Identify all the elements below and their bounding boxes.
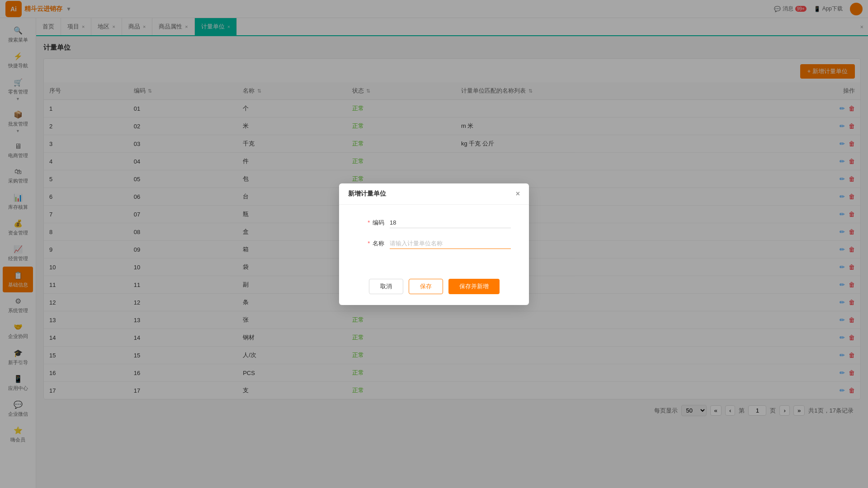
name-label-text: 名称 [373,240,384,247]
modal-header: 新增计量单位 × [339,183,529,205]
code-label-text: 编码 [373,219,384,226]
add-unit-modal: 新增计量单位 × * 编码 * 名称 取消 保存 保存并新增 [339,183,529,305]
modal-body: * 编码 * 名称 [339,205,529,272]
cancel-button[interactable]: 取消 [369,279,403,294]
modal-footer: 取消 保存 保存并新增 [339,272,529,305]
modal-overlay[interactable]: 新增计量单位 × * 编码 * 名称 取消 保存 保存并新增 [0,0,868,488]
code-label: * 编码 [357,219,384,227]
modal-title: 新增计量单位 [348,190,386,198]
name-required-mark: * [368,240,370,247]
name-form-row: * 名称 [357,238,511,249]
code-required-mark: * [368,219,370,226]
save-button[interactable]: 保存 [409,279,443,294]
save-new-button[interactable]: 保存并新增 [448,279,500,294]
code-input[interactable] [390,217,511,228]
modal-close-button[interactable]: × [516,190,520,198]
code-form-row: * 编码 [357,217,511,228]
name-label: * 名称 [357,239,384,248]
name-input[interactable] [390,238,511,249]
